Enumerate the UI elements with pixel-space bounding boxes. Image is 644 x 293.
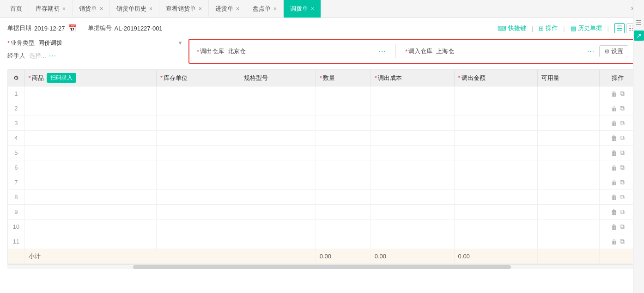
action-cell-3: 🗑⧉ (599, 116, 636, 131)
sidebar-export-icon[interactable]: ↗ (634, 31, 644, 41)
person-label: 经手人 (7, 52, 25, 60)
table-row-11: 11 🗑⧉ (8, 234, 636, 249)
close-transfer-order[interactable]: × (311, 6, 314, 12)
copy-icon-2[interactable]: ⧉ (620, 104, 625, 112)
table-row: 9 🗑⧉ (8, 205, 636, 220)
biz-type-label: 业务类型 (11, 39, 35, 47)
action-cell-4: 🗑⧉ (599, 131, 636, 146)
copy-icon-3[interactable]: ⧉ (620, 119, 625, 127)
operations-btn[interactable]: ⊞ 操作 (539, 24, 558, 32)
action-cell-5: 🗑⧉ (599, 146, 636, 160)
delete-icon-4[interactable]: 🗑 (611, 134, 617, 142)
out-warehouse-section: * 调出仓库 北京仓 ··· (197, 47, 386, 55)
tab-sales-history[interactable]: 销货单历史 × (110, 0, 159, 18)
settings-button[interactable]: ⚙ 设置 (599, 45, 628, 57)
close-view-sales[interactable]: × (199, 6, 202, 12)
copy-icon-6[interactable]: ⧉ (620, 164, 625, 171)
copy-icon-5[interactable]: ⧉ (620, 149, 625, 157)
tab-home[interactable]: 首页 (4, 0, 29, 18)
qty-cell-1[interactable] (316, 86, 371, 101)
right-sidebar: ☰ ↗ (633, 0, 644, 275)
delete-icon-2[interactable]: 🗑 (611, 105, 617, 112)
copy-icon-4[interactable]: ⧉ (620, 134, 625, 142)
tab-transfer-order[interactable]: 调拨单 × (284, 0, 321, 18)
table-row: 5 🗑⧉ (8, 146, 636, 160)
person-more-btn[interactable]: ··· (49, 52, 56, 60)
action-cell-11: 🗑⧉ (599, 234, 636, 249)
biz-type-value[interactable]: 同价调拨 (38, 39, 175, 47)
date-value[interactable]: 2019-12-27 (34, 25, 65, 32)
biz-type-dropdown-icon[interactable]: ▼ (177, 40, 183, 46)
tab-purchase-order[interactable]: 进货单 × (209, 0, 246, 18)
shortcuts-btn[interactable]: ⌨ 快捷键 (498, 24, 526, 32)
delete-icon-7[interactable]: 🗑 (611, 179, 617, 186)
close-sales-order[interactable]: × (100, 6, 103, 12)
out-wh-value[interactable]: 北京仓 (228, 47, 376, 55)
action-cell-8: 🗑⧉ (599, 190, 636, 205)
scroll-thumb[interactable] (133, 265, 510, 269)
copy-icon-1[interactable]: ⧉ (620, 90, 625, 98)
calendar-icon[interactable]: 📅 (68, 24, 77, 32)
business-type-row: * 业务类型 同价调拨 ▼ (7, 39, 183, 47)
delete-icon-8[interactable]: 🗑 (611, 194, 617, 201)
cost-cell-1[interactable] (371, 86, 454, 101)
history-btn[interactable]: ▤ 历史单据 (571, 24, 602, 32)
copy-icon-11[interactable]: ⧉ (620, 238, 625, 245)
gear-icon: ⚙ (13, 74, 19, 81)
scan-button[interactable]: 扫码录入 (47, 73, 76, 83)
doc-num-label: 单据编号 (88, 24, 112, 32)
layout-list-icon[interactable]: ☰ (614, 23, 625, 33)
tab-view-sales[interactable]: 查看销货单 × (159, 0, 209, 18)
action-cell-7: 🗑⧉ (599, 175, 636, 190)
th-available: 可用量 (538, 70, 599, 86)
close-inventory-count[interactable]: × (273, 6, 277, 12)
delete-icon-6[interactable]: 🗑 (611, 164, 617, 171)
in-wh-value[interactable]: 上海仓 (436, 47, 584, 55)
close-inventory-init[interactable]: × (62, 6, 66, 12)
tab-inventory-count[interactable]: 盘点单 × (246, 0, 284, 18)
copy-icon-10[interactable]: ⧉ (620, 223, 625, 231)
amount-cell-1[interactable] (454, 86, 538, 101)
th-unit: * 库存单位 (156, 70, 240, 86)
table-row: 10 🗑⧉ (8, 220, 636, 234)
delete-icon-10[interactable]: 🗑 (611, 223, 617, 231)
copy-icon-7[interactable]: ⧉ (620, 178, 625, 186)
tab-bar: 首页 库存期初 × 销货单 × 销货单历史 × 查看销货单 × 进货单 × 盘点… (0, 0, 644, 18)
delete-icon-1[interactable]: 🗑 (611, 90, 617, 98)
horizontal-scrollbar[interactable] (7, 264, 637, 269)
date-label: 单据日期 (7, 24, 31, 32)
out-wh-more-btn[interactable]: ··· (379, 47, 386, 55)
spec-cell-1[interactable] (240, 86, 316, 101)
th-product: * 商品 扫码录入 (24, 70, 156, 86)
action-cell-6: 🗑⧉ (599, 160, 636, 175)
person-row: 经手人 选择... ··· (7, 52, 183, 60)
delete-icon-5[interactable]: 🗑 (611, 149, 617, 157)
th-cost: * 调出成本 (371, 70, 454, 86)
grid-icon: ⊞ (539, 25, 544, 32)
person-placeholder[interactable]: 选择... (29, 52, 46, 60)
in-wh-more-btn[interactable]: ··· (587, 47, 595, 55)
subtotal-label: 小计 (24, 249, 316, 264)
tab-inventory-init[interactable]: 库存期初 × (29, 0, 73, 18)
delete-icon-3[interactable]: 🗑 (611, 120, 617, 127)
close-sales-history[interactable]: × (149, 6, 152, 12)
settings-gear-icon: ⚙ (604, 48, 610, 55)
th-action: 操作 (599, 70, 636, 86)
tab-sales-order[interactable]: 销货单 × (73, 0, 110, 18)
unit-cell-1[interactable] (156, 86, 240, 101)
form-left: * 业务类型 同价调拨 ▼ 经手人 选择... ··· (7, 39, 183, 60)
delete-icon-9[interactable]: 🗑 (611, 208, 617, 216)
copy-icon-8[interactable]: ⧉ (620, 193, 625, 201)
close-purchase-order[interactable]: × (236, 6, 239, 12)
table-row: 8 🗑⧉ (8, 190, 636, 205)
th-quantity: * 数量 (316, 70, 371, 86)
th-gear[interactable]: ⚙ (8, 70, 24, 86)
product-cell-1[interactable] (24, 86, 156, 101)
copy-icon-9[interactable]: ⧉ (620, 208, 625, 216)
sidebar-list-icon[interactable]: ☰ (634, 18, 644, 28)
subtotal-qty: 0.00 (316, 249, 371, 264)
delete-icon-11[interactable]: 🗑 (611, 238, 617, 245)
in-warehouse-section: * 调入仓库 上海仓 ··· (405, 47, 595, 55)
table-row: 3 🗑⧉ (8, 116, 636, 131)
action-cell-1: 🗑 ⧉ (599, 86, 636, 101)
